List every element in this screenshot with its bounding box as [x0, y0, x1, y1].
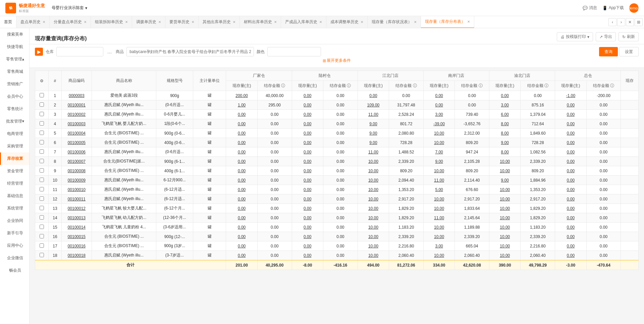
- cell-jb-stock[interactable]: 11.00: [358, 110, 389, 119]
- tab-close-5[interactable]: ✕: [192, 20, 194, 24]
- cell-code[interactable]: 00100012: [61, 204, 92, 213]
- cell-yb-stock[interactable]: 10.00: [489, 204, 521, 213]
- cell-code[interactable]: 00100018: [61, 251, 92, 261]
- cell-f-stock[interactable]: 0.00: [226, 147, 257, 157]
- warehouse-dots[interactable]: ...: [106, 49, 113, 55]
- cell-yb-stock[interactable]: 6.00: [489, 110, 521, 119]
- cell-yb-stock[interactable]: 10.00: [489, 194, 521, 204]
- sidebar-item-17[interactable]: 应用中心: [0, 239, 29, 252]
- cell-check[interactable]: [35, 204, 49, 213]
- cell-jb-stock[interactable]: 9.00: [358, 129, 389, 138]
- tab-close-3[interactable]: ✕: [125, 20, 128, 24]
- cell-f-stock[interactable]: 0.00: [226, 129, 257, 138]
- sidebar-item-19[interactable]: 畅会员: [0, 264, 29, 277]
- product-input[interactable]: [126, 47, 254, 56]
- cell-t-stock[interactable]: 0.00: [555, 119, 586, 129]
- cell-jb-stock[interactable]: 10.00: [358, 251, 389, 261]
- cell-t-stock[interactable]: 0.00: [555, 129, 586, 138]
- cell-yb-stock[interactable]: 9.00: [489, 176, 521, 185]
- cell-jb-stock[interactable]: 10.00: [358, 157, 389, 166]
- cell-yb-stock[interactable]: 10.00: [489, 166, 521, 176]
- sidebar-item-12[interactable]: 经营管理: [0, 177, 29, 190]
- cell-m-stock[interactable]: 0.00: [292, 251, 323, 261]
- sidebar-item-6[interactable]: 零售统计: [0, 103, 29, 115]
- cell-f-stock[interactable]: 0.00: [226, 138, 257, 147]
- cell-nb-stock[interactable]: 9.00: [423, 157, 454, 166]
- cell-m-stock[interactable]: 0.00: [292, 185, 323, 194]
- tabs-close-all-btn[interactable]: ✕: [626, 18, 634, 26]
- cell-m-stock[interactable]: 0.00: [292, 91, 323, 100]
- sidebar-item-2[interactable]: 零售管理▴: [0, 53, 29, 65]
- cell-m-stock[interactable]: 0.00: [292, 129, 323, 138]
- cell-code[interactable]: 00100011: [61, 194, 92, 204]
- cell-check[interactable]: [35, 119, 49, 129]
- cell-nb-stock[interactable]: 11.00: [423, 213, 454, 223]
- cell-code[interactable]: 00100016: [61, 241, 92, 251]
- cell-jb-stock[interactable]: 10.00: [358, 241, 389, 251]
- cell-t-stock[interactable]: 0.00: [555, 194, 586, 204]
- export-btn[interactable]: ↗ 导出: [596, 32, 616, 41]
- cell-check[interactable]: [35, 147, 49, 157]
- cell-t-stock[interactable]: 0.00: [555, 232, 586, 241]
- cell-f-stock[interactable]: 0.00: [226, 223, 257, 232]
- refresh-btn[interactable]: ↻ 刷新: [619, 32, 639, 41]
- cell-jb-stock[interactable]: 10.00: [358, 176, 389, 185]
- cell-code[interactable]: 00100014: [61, 223, 92, 232]
- sidebar-item-14[interactable]: 系统管理: [0, 202, 29, 215]
- cell-check[interactable]: [35, 129, 49, 138]
- cell-jb-stock[interactable]: 10.00: [358, 166, 389, 176]
- cell-nb-stock[interactable]: 3.00: [423, 241, 454, 251]
- cell-m-stock[interactable]: 0.00: [292, 204, 323, 213]
- cell-check[interactable]: [35, 166, 49, 176]
- tab-9[interactable]: 成本调整单历史✕: [326, 16, 368, 28]
- sidebar-item-18[interactable]: 企业微信: [0, 252, 29, 264]
- cell-check[interactable]: [35, 241, 49, 251]
- query-btn[interactable]: 查询: [599, 47, 618, 56]
- cell-t-stock[interactable]: 0.00: [555, 204, 586, 213]
- cell-t-stock[interactable]: 0.00: [555, 241, 586, 251]
- tab-5[interactable]: 要货单历史✕: [165, 16, 199, 28]
- cell-t-stock[interactable]: 0.00: [555, 251, 586, 261]
- cell-jb-stock[interactable]: 9.00: [358, 119, 389, 129]
- sidebar-item-10[interactable]: 库存核算: [0, 152, 29, 165]
- cell-t-stock[interactable]: 0.00: [555, 213, 586, 223]
- cell-jb-stock[interactable]: 0.00: [358, 91, 389, 100]
- cell-m-stock[interactable]: 0.00: [292, 119, 323, 129]
- cell-nb-stock[interactable]: 10.00: [423, 166, 454, 176]
- cell-f-stock[interactable]: 200.00: [226, 91, 257, 100]
- cell-yb-stock[interactable]: 10.00: [489, 185, 521, 194]
- cell-code[interactable]: 00100005: [61, 138, 92, 147]
- expand-more-btn[interactable]: ⊞ 展开更多条件: [35, 56, 639, 65]
- cell-nb-stock[interactable]: 10.00: [423, 223, 454, 232]
- cell-jb-stock[interactable]: 109.00: [358, 100, 389, 110]
- tab-close-2[interactable]: ✕: [84, 20, 87, 24]
- cell-jb-stock[interactable]: 10.00: [358, 213, 389, 223]
- warehouse-input[interactable]: [56, 47, 103, 56]
- tab-2[interactable]: 分量盘点单历史✕: [50, 16, 91, 28]
- tab-0[interactable]: 首页: [0, 16, 16, 28]
- company-dropdown[interactable]: 母婴行业演示陈套 ▾: [52, 5, 87, 11]
- cell-code[interactable]: 00100008: [61, 166, 92, 176]
- sidebar-item-8[interactable]: 电商管理: [0, 128, 29, 140]
- cell-f-stock[interactable]: 0.00: [226, 232, 257, 241]
- cell-f-stock[interactable]: 0.00: [226, 213, 257, 223]
- cell-nb-stock[interactable]: 0.00: [423, 100, 454, 110]
- cell-code[interactable]: 00100009: [61, 176, 92, 185]
- sidebar-item-11[interactable]: 资金管理: [0, 165, 29, 177]
- cell-m-stock[interactable]: 0.00: [292, 176, 323, 185]
- cell-nb-stock[interactable]: 10.00: [423, 194, 454, 204]
- tab-close-10[interactable]: ✕: [414, 20, 417, 24]
- cell-nb-stock[interactable]: 0.00: [423, 91, 454, 100]
- cell-jb-stock[interactable]: 10.00: [358, 232, 389, 241]
- tab-8[interactable]: 产成品入库单历史✕: [281, 16, 326, 28]
- cell-yb-stock[interactable]: 10.00: [489, 232, 521, 241]
- tab-10[interactable]: 现存量（库存状况表）✕: [368, 16, 421, 28]
- tab-close-6[interactable]: ✕: [233, 20, 235, 24]
- cell-jb-stock[interactable]: 11.00: [358, 147, 389, 157]
- tab-6[interactable]: 其他出库单历史✕: [199, 16, 240, 28]
- cell-t-stock[interactable]: 0.00: [555, 166, 586, 176]
- cell-nb-stock[interactable]: 10.00: [423, 138, 454, 147]
- cell-f-stock[interactable]: 0.00: [226, 204, 257, 213]
- cell-t-stock[interactable]: 0.00: [555, 138, 586, 147]
- cell-jb-stock[interactable]: 10.00: [358, 204, 389, 213]
